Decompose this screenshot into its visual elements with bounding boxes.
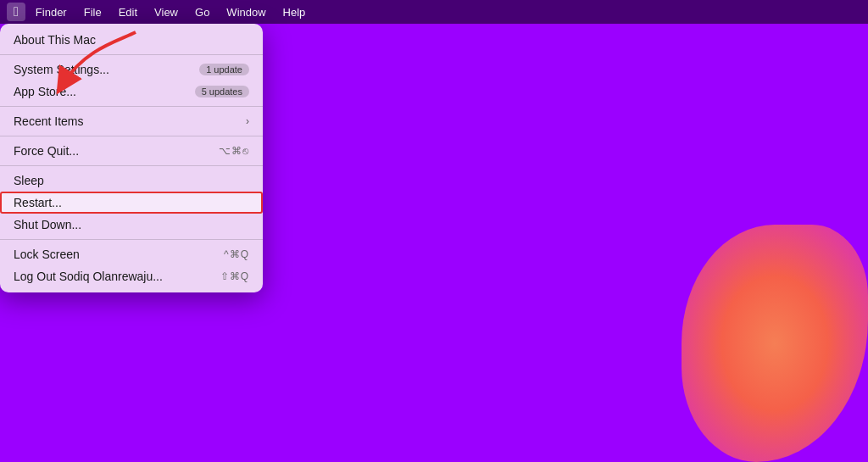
app-store-label: App Store...	[14, 85, 76, 98]
menu-item-force-quit[interactable]: Force Quit... ⌥⌘⎋	[0, 140, 263, 162]
menu-divider-1	[0, 54, 263, 55]
force-quit-shortcut: ⌥⌘⎋	[219, 145, 249, 157]
menubar-help[interactable]: Help	[276, 4, 313, 20]
menu-item-shut-down[interactable]: Shut Down...	[0, 214, 263, 236]
menu-divider-2	[0, 106, 263, 107]
app-store-badge: 5 updates	[195, 86, 249, 97]
desktop-decoration	[682, 225, 868, 462]
menu-item-lock-screen[interactable]: Lock Screen ^⌘Q	[0, 243, 263, 265]
system-settings-right: 1 update	[199, 64, 249, 75]
menubar-view[interactable]: View	[147, 4, 185, 20]
menu-item-log-out[interactable]: Log Out Sodiq Olanrewaju... ⇧⌘Q	[0, 265, 263, 287]
force-quit-label: Force Quit...	[14, 144, 79, 158]
menubar-edit[interactable]: Edit	[112, 4, 144, 20]
system-settings-label: System Settings...	[14, 63, 109, 76]
menu-item-about[interactable]: About This Mac	[0, 29, 263, 51]
recent-items-label: Recent Items	[14, 114, 83, 128]
shut-down-label: Shut Down...	[14, 218, 81, 231]
lock-screen-shortcut: ^⌘Q	[224, 248, 249, 260]
log-out-label: Log Out Sodiq Olanrewaju...	[14, 270, 163, 283]
restart-label: Restart...	[14, 196, 62, 209]
menubar-file[interactable]: File	[77, 4, 108, 20]
menu-divider-3	[0, 136, 263, 136]
menu-item-recent-items[interactable]: Recent Items ›	[0, 110, 263, 132]
sleep-label: Sleep	[14, 174, 44, 187]
menubar-window[interactable]: Window	[220, 4, 272, 20]
menu-divider-5	[0, 239, 263, 240]
app-store-right: 5 updates	[195, 86, 249, 97]
about-label: About This Mac	[14, 33, 96, 47]
recent-items-chevron-icon: ›	[246, 115, 249, 127]
menu-divider-4	[0, 165, 263, 166]
log-out-shortcut: ⇧⌘Q	[220, 270, 249, 282]
menu-item-sleep[interactable]: Sleep	[0, 170, 263, 192]
menubar-go[interactable]: Go	[188, 4, 216, 20]
apple-menu-button[interactable]: 	[7, 3, 25, 21]
lock-screen-label: Lock Screen	[14, 248, 80, 261]
apple-menu-dropdown: About This Mac System Settings... 1 upda…	[0, 24, 263, 292]
menu-item-restart[interactable]: Restart...	[0, 192, 263, 214]
menubar:  Finder File Edit View Go Window Help	[0, 0, 868, 24]
menu-item-system-settings[interactable]: System Settings... 1 update	[0, 58, 263, 81]
system-settings-badge: 1 update	[199, 64, 249, 75]
menubar-finder[interactable]: Finder	[29, 4, 74, 20]
menu-item-app-store[interactable]: App Store... 5 updates	[0, 81, 263, 103]
